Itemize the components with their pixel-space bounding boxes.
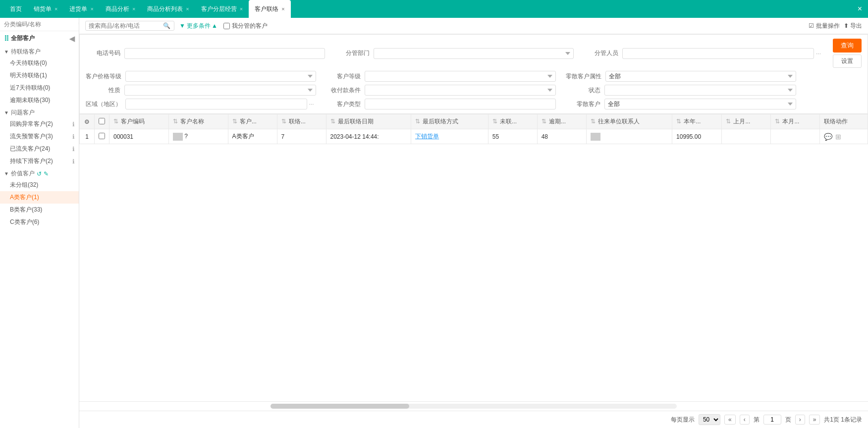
tab-analysis[interactable]: 商品分析 × [100, 0, 141, 18]
page-number-input[interactable] [763, 415, 781, 425]
td-last-date: 2023-04-12 14:44: [326, 129, 411, 144]
dept-select[interactable] [374, 48, 574, 59]
dept-filter: 分管部门 [335, 48, 574, 59]
tab-customer-contact[interactable]: 客户联络 × [249, 0, 290, 18]
page-suffix-label: 页 [785, 416, 791, 424]
sidebar-item-declining[interactable]: 持续下滑客户(2) ℹ [0, 155, 79, 167]
next-page-btn[interactable]: › [795, 415, 805, 425]
prev-page-btn[interactable]: ‹ [740, 415, 750, 425]
person-dots-icon[interactable]: ··· [814, 50, 823, 57]
select-all-checkbox[interactable] [99, 118, 105, 124]
retail-attr-select[interactable]: 全部 [605, 71, 796, 82]
sort-name-icon[interactable]: ⇅ [173, 118, 178, 125]
horizontal-scrollbar[interactable] [271, 404, 677, 409]
retail-attr-label: 零散客户属性 [566, 72, 601, 81]
th-name: ⇅ 客户名称 [168, 114, 228, 129]
row-checkbox[interactable] [99, 133, 105, 139]
edit-value-icon[interactable]: ✎ [44, 170, 49, 177]
batch-ops-btn[interactable]: ☑ 批量操作 [809, 22, 839, 30]
sort-contact-icon[interactable]: ⇅ [281, 118, 286, 125]
th-actions: 联络动作 [820, 114, 868, 129]
sidebar-search-input[interactable] [4, 21, 78, 28]
close-analysis-list-tab[interactable]: × [186, 6, 189, 12]
sort-level-icon[interactable]: ⇅ [232, 118, 237, 125]
close-purchase-tab[interactable]: × [90, 6, 93, 12]
per-page-select[interactable]: 50 [699, 414, 720, 425]
my-customers-check[interactable] [223, 23, 230, 29]
person-input[interactable] [622, 48, 814, 59]
price-level-select[interactable] [125, 71, 316, 82]
settings-button[interactable]: 设置 [833, 54, 862, 68]
td-last-method: 下销货单 [411, 129, 488, 144]
sidebar-item-overdue[interactable]: 逾期未联络(30) [0, 94, 79, 107]
sidebar-item-churned[interactable]: 已流失客户(24) ℹ [0, 143, 79, 155]
last-method-link[interactable]: 下销货单 [415, 133, 439, 140]
query-button[interactable]: 查询 [833, 39, 862, 53]
customer-type-filter: 客户类型 [326, 99, 556, 109]
close-contact-tab[interactable]: × [281, 6, 284, 12]
dept-label: 分管部门 [335, 49, 370, 57]
customer-type-input[interactable] [365, 99, 556, 109]
refresh-icon[interactable]: ↺ [37, 170, 42, 177]
tab-analysis-list[interactable]: 商品分析列表 × [141, 0, 195, 18]
all-customers-label: 全部客户 [11, 34, 35, 43]
export-btn[interactable]: ⬆ 导出 [844, 22, 862, 30]
tab-home[interactable]: 首页 [4, 0, 28, 18]
sidebar-item-class-b[interactable]: B类客户(33) [0, 204, 79, 216]
collapse-sidebar-icon[interactable]: ◀ [69, 35, 75, 43]
filter-row-3: 性质 收付款条件 状态 [86, 85, 862, 96]
nature-select[interactable] [124, 85, 316, 96]
sidebar-item-tomorrow[interactable]: 明天待联络(1) [0, 69, 79, 82]
sort-unit-icon[interactable]: ⇅ [591, 118, 596, 125]
sidebar-item-class-a[interactable]: A类客户(1) [0, 191, 79, 204]
sort-lmonth-icon[interactable]: ⇅ [726, 118, 731, 125]
th-last-month: ⇅ 上月... [722, 114, 771, 129]
region-label: 区域（地区） [86, 100, 121, 108]
last-page-btn[interactable]: » [809, 415, 820, 425]
sidebar-item-unclassified[interactable]: 未分组(32) [0, 179, 79, 191]
more-conditions-btn[interactable]: ▼ 更多条件 ▲ [179, 22, 217, 30]
qr-action-btn[interactable]: ⊞ [835, 133, 841, 141]
sidebar-item-repurchase[interactable]: 回购异常客户(2) ℹ [0, 118, 79, 130]
window-close-button[interactable]: × [858, 4, 862, 13]
sidebar-item-today[interactable]: 今天待联络(0) [0, 57, 79, 69]
region-dots-icon[interactable]: ··· [307, 101, 316, 107]
all-customers-header[interactable]: ⠿ 全部客户 ◀ [0, 31, 79, 46]
sort-tmonth-icon[interactable]: ⇅ [775, 118, 780, 125]
sidebar-item-class-c[interactable]: C类客户(6) [0, 216, 79, 228]
my-customers-checkbox[interactable]: 我分管的客户 [223, 22, 268, 30]
payment-label: 收付款条件 [326, 86, 361, 95]
close-segment-tab[interactable]: × [240, 6, 243, 12]
gear-icon[interactable]: ⚙ [84, 118, 90, 125]
sort-last-method-icon[interactable]: ⇅ [415, 118, 420, 125]
sort-overdue-icon[interactable]: ⇅ [542, 118, 546, 125]
status-select[interactable] [604, 85, 796, 96]
chat-action-btn[interactable]: 💬 [824, 133, 832, 141]
first-page-btn[interactable]: « [724, 415, 736, 425]
td-code: 000031 [109, 129, 169, 144]
sidebar-item-churn-warning[interactable]: 流失预警客户(3) ℹ [0, 130, 79, 143]
th-last-date: ⇅ 最后联络日期 [326, 114, 411, 129]
sort-last-date-icon[interactable]: ⇅ [330, 118, 335, 125]
retail-select[interactable]: 全部 [604, 99, 796, 109]
close-analysis-tab[interactable]: × [132, 6, 135, 12]
info-repurchase-icon: ℹ [72, 121, 75, 128]
region-input[interactable] [125, 99, 307, 109]
main-search-input[interactable] [89, 22, 163, 29]
customer-level-select[interactable] [365, 71, 556, 82]
sort-uncontacted-icon[interactable]: ⇅ [492, 118, 497, 125]
td-this-month [771, 129, 820, 144]
pending-group-label: ▼ 待联络客户 [0, 46, 79, 57]
tab-customer-segment[interactable]: 客户分层经营 × [195, 0, 249, 18]
close-sales-tab[interactable]: × [54, 6, 57, 12]
th-overdue: ⇅ 逾期... [537, 114, 586, 129]
td-last-month [722, 129, 771, 144]
sort-code-icon[interactable]: ⇅ [113, 118, 118, 125]
payment-select[interactable] [365, 85, 556, 96]
scrollbar-thumb[interactable] [271, 404, 409, 409]
tab-sales[interactable]: 销货单 × [28, 0, 63, 18]
phone-input[interactable] [124, 48, 325, 59]
tab-purchase[interactable]: 进货单 × [63, 0, 99, 18]
sort-year-icon[interactable]: ⇅ [676, 118, 681, 125]
sidebar-item-7days[interactable]: 近7天待联络(0) [0, 82, 79, 94]
